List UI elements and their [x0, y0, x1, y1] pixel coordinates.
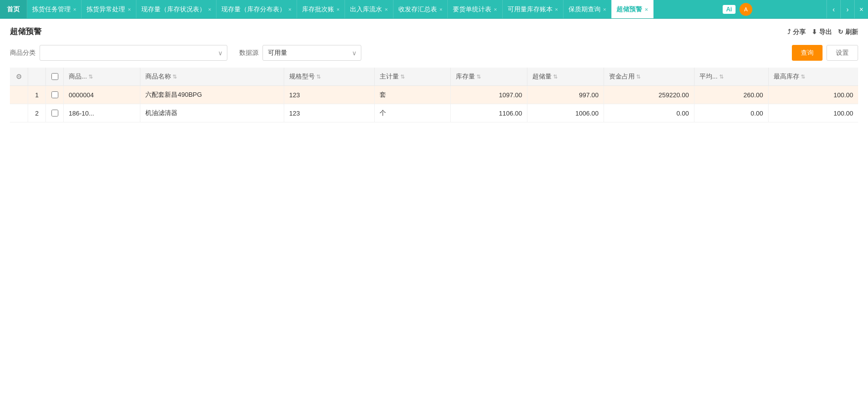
user-avatar[interactable]: A — [739, 3, 752, 16]
close-tab-9[interactable]: × — [603, 6, 606, 12]
close-tab-7[interactable]: × — [494, 6, 497, 12]
sort-product-name[interactable]: 商品名称 — [145, 72, 177, 81]
td-avg-0: 260.00 — [694, 86, 768, 104]
category-filter-group: 商品分类 ∨ — [10, 45, 227, 61]
share-button[interactable]: ⤴ 分享 — [787, 28, 806, 37]
row-checkbox-0[interactable] — [51, 91, 58, 98]
td-gear-0 — [10, 86, 28, 104]
nav-tab-1[interactable]: 拣货异常处理 × — [82, 0, 136, 19]
td-product-code-0: 0000004 — [64, 86, 140, 104]
refresh-button[interactable]: ↻ 刷新 — [838, 28, 858, 37]
page-title: 超储预警 — [10, 27, 42, 37]
sort-unit[interactable]: 主计量 — [380, 72, 405, 81]
category-label: 商品分类 — [10, 48, 36, 57]
td-overstock-1: 1006.00 — [527, 104, 604, 122]
datasource-select[interactable]: 可用量 ∨ — [262, 45, 361, 61]
close-tab-6[interactable]: × — [439, 6, 442, 12]
sort-overstock[interactable]: 超储量 — [532, 72, 558, 81]
th-max-stock[interactable]: 最高库存 — [768, 68, 858, 86]
th-spec[interactable]: 规格型号 — [284, 68, 374, 86]
td-unit-0: 套 — [374, 86, 451, 104]
td-cb-1[interactable] — [46, 104, 64, 122]
close-tab-0[interactable]: × — [73, 6, 76, 12]
page-actions: ⤴ 分享 ⬇ 导出 ↻ 刷新 — [787, 28, 858, 37]
close-tab-8[interactable]: × — [555, 6, 558, 12]
td-overstock-0: 997.00 — [527, 86, 604, 104]
close-tab-4[interactable]: × — [337, 6, 340, 12]
datasource-value: 可用量 — [268, 48, 287, 57]
td-spec-0: 123 — [284, 86, 374, 104]
close-tab-10[interactable]: × — [645, 6, 648, 12]
th-avg[interactable]: 平均... — [694, 68, 768, 86]
ai-button[interactable]: Ai — [723, 5, 736, 14]
th-overstock[interactable]: 超储量 — [527, 68, 604, 86]
sort-max-stock[interactable]: 最高库存 — [774, 72, 805, 81]
page-header: 超储预警 ⤴ 分享 ⬇ 导出 ↻ 刷新 — [10, 27, 858, 37]
chevron-down-icon: ∨ — [218, 49, 223, 57]
td-idx-1: 2 — [28, 104, 46, 122]
nav-tab-8[interactable]: 可用量库存账本 × — [503, 0, 564, 19]
nav-prev-button[interactable]: ‹ — [826, 0, 840, 19]
data-table: ⚙ 商品... 商品名称 规格型号 主计量 — [10, 68, 858, 122]
nav-tab-10[interactable]: 超储预警 × — [611, 0, 653, 19]
th-unit[interactable]: 主计量 — [374, 68, 451, 86]
td-idx-0: 1 — [28, 86, 46, 104]
sort-spec[interactable]: 规格型号 — [289, 72, 321, 81]
th-capital[interactable]: 资金占用 — [604, 68, 694, 86]
td-gear-1 — [10, 104, 28, 122]
th-checkbox[interactable] — [46, 68, 64, 86]
td-max-stock-0: 100.00 — [768, 86, 858, 104]
td-avg-1: 0.00 — [694, 104, 768, 122]
nav-tab-7[interactable]: 要货单统计表 × — [448, 0, 502, 19]
share-icon: ⤴ — [787, 28, 791, 36]
export-button[interactable]: ⬇ 导出 — [812, 28, 832, 37]
sort-avg[interactable]: 平均... — [699, 72, 724, 81]
th-product-name[interactable]: 商品名称 — [140, 68, 284, 86]
th-product-code[interactable]: 商品... — [64, 68, 140, 86]
nav-tab-4[interactable]: 库存批次账 × — [297, 0, 345, 19]
th-stock[interactable]: 库存量 — [451, 68, 527, 86]
sort-product-code[interactable]: 商品... — [69, 72, 93, 81]
td-spec-1: 123 — [284, 104, 374, 122]
filter-row: 商品分类 ∨ 数据源 可用量 ∨ 查询 设置 — [10, 45, 858, 61]
nav-home[interactable]: 首页 — [0, 0, 27, 19]
nav-more-button[interactable]: × — [854, 0, 868, 19]
td-product-name-1: 机油滤清器 — [140, 104, 284, 122]
close-tab-3[interactable]: × — [288, 6, 291, 12]
export-icon: ⬇ — [812, 28, 817, 36]
table-row: 1 0000004 六配套新昌490BPG 123 套 1097.00 997.… — [10, 86, 858, 104]
sort-stock[interactable]: 库存量 — [456, 72, 481, 81]
table-header: ⚙ 商品... 商品名称 规格型号 主计量 — [10, 68, 858, 86]
nav-tab-5[interactable]: 出入库流水 × — [345, 0, 393, 19]
td-capital-1: 0.00 — [604, 104, 694, 122]
datasource-filter-group: 数据源 可用量 ∨ — [239, 45, 361, 61]
nav-tab-3[interactable]: 现存量（库存分布表） × — [217, 0, 297, 19]
query-button[interactable]: 查询 — [792, 45, 823, 61]
td-cb-0[interactable] — [46, 86, 64, 104]
sort-capital[interactable]: 资金占用 — [609, 72, 641, 81]
th-gear[interactable]: ⚙ — [10, 68, 28, 86]
nav-next-button[interactable]: › — [840, 0, 854, 19]
close-tab-1[interactable]: × — [128, 6, 130, 12]
filter-actions: 查询 设置 — [792, 45, 858, 61]
td-product-code-1: 186-10... — [64, 104, 140, 122]
row-checkbox-1[interactable] — [51, 110, 58, 117]
settings-button[interactable]: 设置 — [826, 45, 858, 61]
table-body: 1 0000004 六配套新昌490BPG 123 套 1097.00 997.… — [10, 86, 858, 122]
chevron-down-icon-2: ∨ — [352, 49, 357, 57]
select-all-checkbox[interactable] — [51, 73, 58, 80]
gear-icon[interactable]: ⚙ — [15, 73, 23, 80]
th-index — [28, 68, 46, 86]
td-max-stock-1: 100.00 — [768, 104, 858, 122]
nav-arrow-group: ‹ › × — [826, 0, 868, 19]
category-select[interactable]: ∨ — [40, 45, 227, 61]
table-row: 2 186-10... 机油滤清器 123 个 1106.00 1006.00 … — [10, 104, 858, 122]
nav-tab-2[interactable]: 现存量（库存状况表） × — [136, 0, 217, 19]
close-tab-5[interactable]: × — [385, 6, 388, 12]
nav-tab-9[interactable]: 保质期查询 × — [564, 0, 611, 19]
td-stock-0: 1097.00 — [451, 86, 527, 104]
close-tab-2[interactable]: × — [208, 6, 211, 12]
nav-tab-0[interactable]: 拣货任务管理 × — [27, 0, 82, 19]
nav-tab-6[interactable]: 收发存汇总表 × — [393, 0, 448, 19]
td-product-name-0: 六配套新昌490BPG — [140, 86, 284, 104]
